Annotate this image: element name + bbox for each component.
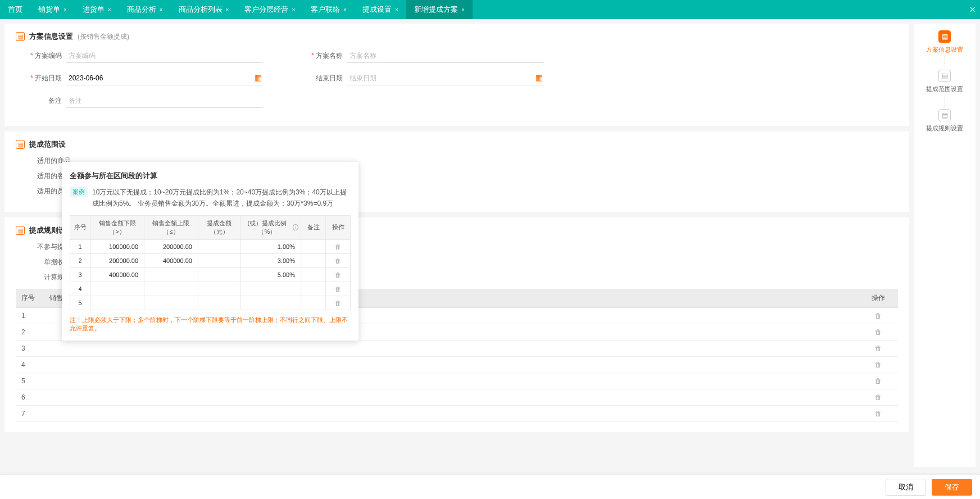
delete-icon[interactable]: 🗑 — [875, 361, 882, 369]
popup-table: 序号 销售金额下限（>） 销售金额上限（≤） 提成金额（元） (或）提成比例（%… — [70, 215, 351, 310]
label-plan-code: *方案编码 — [16, 51, 66, 61]
table-row[interactable]: 4🗑 — [16, 357, 898, 373]
tab-bar: 首页 销货单× 进货单× 商品分析× 商品分析列表× 客户分层经营× 客户联络×… — [0, 0, 980, 19]
table-row: 5🗑 — [70, 296, 351, 310]
label-remark: 备注 — [16, 96, 66, 106]
table-row[interactable]: 3🗑 — [16, 341, 898, 357]
card-plan-info: ▤ 方案信息设置 (按销售金额提成) *方案编码 *方案名称 *开始日期 — [4, 24, 909, 126]
delete-icon[interactable]: 🗑 — [875, 393, 882, 401]
tab-customer-contact[interactable]: 客户联络× — [303, 0, 355, 19]
delete-icon[interactable]: 🗑 — [875, 344, 882, 352]
popup-note: 注：上限必须大于下限；多个阶梯时，下一个阶梯下限要等于前一阶梯上限；不同行之间下… — [70, 316, 351, 333]
section-icon: ▤ — [16, 32, 25, 41]
example-text: 10万元以下无提成；10~20万元提成比例为1%；20~40万提成比例为3%；4… — [92, 187, 351, 210]
table-row: 2200000.00400000.003.00%🗑 — [70, 253, 351, 267]
label-end-date: 结束日期 — [297, 74, 347, 83]
col-idx: 序号 — [16, 289, 44, 308]
table-row[interactable]: 5🗑 — [16, 373, 898, 389]
input-start-date[interactable] — [66, 71, 263, 85]
section-icon: ▤ — [16, 226, 25, 235]
tab-purchase[interactable]: 进货单× — [75, 0, 119, 19]
close-icon[interactable]: × — [160, 7, 163, 13]
tab-product-analysis-list[interactable]: 商品分析列表× — [171, 0, 237, 19]
info-icon: i — [293, 224, 298, 230]
table-row: 3400000.005.00%🗑 — [70, 267, 351, 282]
section-title: 提成规则设 — [29, 225, 66, 235]
tab-commission-setting[interactable]: 提成设置× — [355, 0, 406, 19]
label-start-date: *开始日期 — [16, 74, 66, 83]
delete-icon[interactable]: 🗑 — [335, 300, 341, 306]
col-remark: 备注 — [291, 289, 859, 308]
col-op: 操作 — [859, 289, 898, 308]
delete-icon[interactable]: 🗑 — [875, 328, 882, 336]
tooltip-popup: 全额参与所在区间段的计算 案例 10万元以下无提成；10~20万元提成比例为1%… — [62, 162, 359, 341]
input-plan-name[interactable] — [347, 48, 544, 63]
anchor-info[interactable]: ▤ 方案信息设置 — [926, 30, 963, 54]
popup-title: 全额参与所在区间段的计算 — [70, 171, 351, 181]
table-row[interactable]: 7🗑 — [16, 406, 898, 422]
anchor-rule[interactable]: ▤ 提成规则设置 — [926, 109, 963, 133]
anchor-icon: ▤ — [938, 30, 951, 43]
input-plan-code[interactable] — [66, 48, 263, 63]
close-icon[interactable]: × — [108, 7, 111, 13]
close-icon[interactable]: × — [461, 7, 465, 13]
label-plan-name: *方案名称 — [297, 51, 347, 61]
input-remark[interactable] — [66, 93, 263, 108]
side-anchor-nav: ▤ 方案信息设置 ▤ 提成范围设置 ▤ 提成规则设置 — [914, 24, 976, 467]
tab-new-commission[interactable]: 新增提成方案× — [406, 0, 473, 19]
close-icon[interactable]: × — [226, 7, 229, 13]
close-all-tabs[interactable]: × — [969, 0, 976, 19]
delete-icon[interactable]: 🗑 — [875, 377, 882, 385]
section-title: 方案信息设置 — [29, 31, 73, 42]
tab-sale[interactable]: 销货单× — [30, 0, 75, 19]
section-subtitle: (按销售金额提成) — [78, 32, 129, 42]
close-icon[interactable]: × — [63, 7, 67, 13]
table-row: 1100000.00200000.001.00%🗑 — [70, 239, 351, 253]
anchor-scope[interactable]: ▤ 提成范围设置 — [926, 70, 963, 93]
close-icon[interactable]: × — [395, 7, 398, 13]
delete-icon[interactable]: 🗑 — [875, 312, 882, 320]
anchor-icon: ▤ — [938, 109, 951, 121]
table-row: 4🗑 — [70, 282, 351, 296]
example-tag: 案例 — [70, 187, 88, 197]
delete-icon[interactable]: 🗑 — [875, 410, 882, 418]
tab-customer-tier[interactable]: 客户分层经营× — [237, 0, 303, 19]
anchor-icon: ▤ — [938, 70, 951, 82]
close-icon[interactable]: × — [292, 7, 295, 13]
delete-icon[interactable]: 🗑 — [335, 257, 341, 264]
table-row[interactable]: 6🗑 — [16, 389, 898, 406]
section-title: 提成范围设 — [29, 139, 66, 149]
close-icon[interactable]: × — [343, 7, 347, 13]
section-icon: ▤ — [16, 140, 25, 149]
tab-product-analysis[interactable]: 商品分析× — [119, 0, 171, 19]
delete-icon[interactable]: 🗑 — [335, 285, 341, 292]
delete-icon[interactable]: 🗑 — [335, 243, 341, 250]
input-end-date[interactable] — [347, 71, 544, 85]
tab-home[interactable]: 首页 — [0, 0, 30, 19]
delete-icon[interactable]: 🗑 — [335, 271, 341, 278]
